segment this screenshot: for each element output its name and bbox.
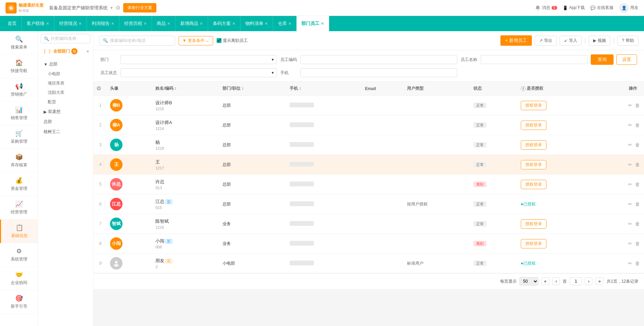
sidebar-item-collab[interactable]: 🤝 企业协同 bbox=[0, 267, 38, 290]
edit-icon[interactable]: ✏ bbox=[628, 142, 632, 148]
trial-button[interactable]: 体验行业方案 bbox=[123, 3, 156, 12]
close-icon[interactable]: ✕ bbox=[321, 21, 324, 26]
close-icon[interactable]: ✕ bbox=[79, 21, 82, 26]
close-icon[interactable]: ✕ bbox=[288, 21, 291, 26]
close-icon[interactable]: ✕ bbox=[111, 21, 114, 26]
refresh-icon[interactable]: ↻ bbox=[71, 48, 78, 54]
dept-child-xiangmukufang[interactable]: 项目库房 bbox=[38, 79, 93, 88]
delete-icon[interactable]: 🗑 bbox=[635, 221, 640, 227]
edit-icon[interactable]: ✏ bbox=[628, 103, 632, 108]
delete-icon[interactable]: 🗑 bbox=[635, 103, 640, 108]
online-service-btn[interactable]: 💬 在线客服 bbox=[590, 5, 614, 11]
first-page-button[interactable]: « bbox=[541, 277, 550, 285]
column-settings-icon[interactable]: ⚙ bbox=[96, 86, 101, 91]
prev-page-button[interactable]: ‹ bbox=[552, 277, 560, 285]
close-icon[interactable]: ✕ bbox=[200, 21, 203, 26]
phone-input[interactable] bbox=[300, 68, 457, 77]
col-name[interactable]: 姓名/编码 ↕ bbox=[153, 82, 220, 96]
dept-search-input[interactable]: 🔍 分类编码/名称 bbox=[41, 34, 90, 43]
dept-child-peihuo[interactable]: 配货 bbox=[38, 97, 93, 107]
last-page-button[interactable]: » bbox=[595, 277, 604, 285]
auth-login-button[interactable]: 授权登录 bbox=[521, 101, 546, 110]
nav-tab-goods[interactable]: 商品 ✕ bbox=[152, 16, 175, 31]
search-input[interactable]: 🔍 搜索编码/名称/电话 bbox=[99, 36, 175, 46]
page-number-input[interactable] bbox=[570, 277, 582, 285]
delete-icon[interactable]: 🗑 bbox=[635, 241, 640, 246]
auth-login-button[interactable]: 授权登录 bbox=[521, 180, 546, 189]
set-button[interactable]: 设置 bbox=[616, 54, 637, 65]
delete-icon[interactable]: 🗑 bbox=[635, 261, 640, 266]
dept-parent-zhishuwanger[interactable]: 植树王二 bbox=[38, 127, 93, 137]
dept-child-shenyangdaku[interactable]: 沈阳大库 bbox=[38, 88, 93, 97]
edit-icon[interactable]: ✏ bbox=[628, 122, 632, 128]
nav-tab-new-goods[interactable]: 新增商品 ✕ bbox=[175, 16, 208, 31]
sidebar-item-purchase[interactable]: 🛒 采购管理 bbox=[0, 125, 38, 149]
close-icon[interactable]: ✕ bbox=[265, 21, 268, 26]
auth-login-button[interactable]: 授权登录 bbox=[521, 239, 546, 248]
show-left-checkbox[interactable] bbox=[217, 38, 221, 43]
page-size-select[interactable]: 50 100 200 bbox=[519, 277, 538, 285]
edit-icon[interactable]: ✏ bbox=[628, 241, 632, 246]
add-employee-button[interactable]: + 新增员工 bbox=[500, 35, 532, 46]
more-filter-button[interactable]: ▼ 更多条件 ⌄ bbox=[179, 36, 213, 45]
close-icon[interactable]: ✕ bbox=[232, 21, 235, 26]
notification-btn[interactable]: 消息 5 bbox=[535, 5, 557, 11]
delete-icon[interactable]: 🗑 bbox=[635, 122, 640, 128]
sidebar-item-inventory[interactable]: 📦 库存核算 bbox=[0, 149, 38, 173]
collapse-icon[interactable]: « bbox=[87, 49, 89, 54]
sidebar-item-marketing[interactable]: 📢 营销推广 bbox=[0, 78, 38, 102]
dept-parent-zongbu[interactable]: ▼ 总部 bbox=[38, 59, 93, 69]
auth-login-button[interactable]: 授权登录 bbox=[521, 140, 546, 150]
edit-icon[interactable]: ✏ bbox=[628, 182, 632, 187]
edit-icon[interactable]: ✏ bbox=[628, 201, 632, 207]
auth-login-button[interactable]: 授权登录 bbox=[521, 219, 546, 229]
help-button[interactable]: ? 帮助 bbox=[617, 36, 638, 46]
dept-filter-select[interactable]: ▾ bbox=[120, 55, 277, 64]
next-page-button[interactable]: › bbox=[585, 277, 592, 285]
dept-parent-shuangfeixiang[interactable]: ▶ 双废想 bbox=[38, 107, 93, 117]
close-icon[interactable]: ✕ bbox=[144, 21, 147, 26]
dept-parent-zongbu2[interactable]: 总部 bbox=[38, 117, 93, 127]
auth-login-button[interactable]: 授权登录 bbox=[521, 160, 546, 169]
export-button[interactable]: ↗ 导出 bbox=[535, 36, 557, 46]
sidebar-item-sales[interactable]: 📊 销售管理 bbox=[0, 102, 38, 125]
nav-tab-customer[interactable]: 客户联络 ✕ bbox=[22, 16, 54, 31]
delete-icon[interactable]: 🗑 bbox=[635, 142, 640, 148]
sidebar-item-management[interactable]: 📈 经营管理 bbox=[0, 196, 38, 220]
emp-status-select[interactable]: ▾ bbox=[120, 68, 277, 77]
dept-all-header[interactable]: ⋮⋮ 全部部门 ↻ « bbox=[38, 46, 93, 56]
settings-icon[interactable]: ⚙ bbox=[116, 5, 120, 11]
col-dept[interactable]: 部门/职位 ↕ bbox=[220, 82, 287, 96]
col-phone[interactable]: 手机 ↕ bbox=[287, 82, 362, 96]
dept-child-xiaodibu[interactable]: 小电部 bbox=[38, 69, 93, 79]
sidebar-item-basic[interactable]: 📋 基础信息 bbox=[0, 220, 38, 243]
delete-icon[interactable]: 🗑 bbox=[635, 162, 640, 167]
app-download-btn[interactable]: 📱 App下载 bbox=[563, 5, 585, 11]
sidebar-item-system[interactable]: ⚙ 系统管理 bbox=[0, 243, 38, 267]
emp-name-input[interactable] bbox=[481, 55, 588, 64]
nav-tab-barcode[interactable]: 条码方案 ✕ bbox=[208, 16, 241, 31]
auth-login-button[interactable]: 授权登录 bbox=[521, 121, 546, 130]
video-button[interactable]: ▶ 视频 bbox=[589, 36, 610, 46]
nav-tab-bom[interactable]: 物料清单 ✕ bbox=[241, 16, 273, 31]
close-icon[interactable]: ✕ bbox=[167, 21, 170, 26]
sidebar-item-guide[interactable]: 🎯 新手引导 bbox=[0, 290, 38, 314]
emp-code-input[interactable] bbox=[300, 55, 457, 64]
delete-icon[interactable]: 🗑 bbox=[635, 201, 640, 207]
sidebar-item-quicknav[interactable]: 🏠 快捷导航 bbox=[0, 55, 38, 78]
nav-tab-home[interactable]: 首页 bbox=[3, 16, 22, 31]
sidebar-item-finance[interactable]: 💰 资金管理 bbox=[0, 173, 38, 196]
nav-tab-profit[interactable]: 利润报告 ✕ bbox=[87, 16, 119, 31]
nav-tab-staff[interactable]: 部门员工 ✕ bbox=[297, 16, 329, 31]
nav-tab-operation[interactable]: 经营情况 ✕ bbox=[54, 16, 87, 31]
show-left-staff-toggle[interactable]: 显示离职员工 bbox=[217, 38, 248, 44]
edit-icon[interactable]: ✏ bbox=[628, 162, 632, 167]
delete-icon[interactable]: 🗑 bbox=[635, 182, 640, 187]
query-button[interactable]: 查询 bbox=[591, 54, 614, 65]
sidebar-item-search[interactable]: 🔍 搜索菜单 bbox=[0, 31, 38, 55]
close-icon[interactable]: ✕ bbox=[46, 21, 49, 26]
import-button[interactable]: ↙ 导入 bbox=[560, 36, 582, 46]
user-avatar[interactable]: 👤 用友 bbox=[619, 3, 638, 13]
system-dropdown-icon[interactable]: ▾ bbox=[110, 5, 113, 10]
edit-icon[interactable]: ✏ bbox=[628, 221, 632, 227]
